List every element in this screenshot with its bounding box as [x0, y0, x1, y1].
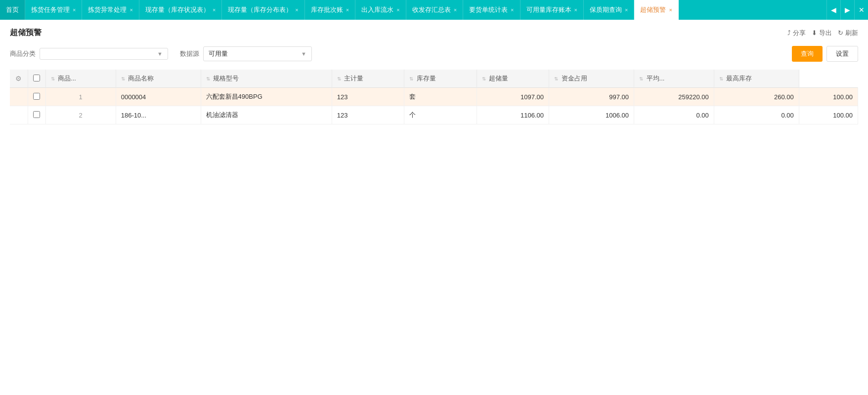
row-checkbox-1[interactable]	[33, 111, 40, 118]
category-select[interactable]: ▼	[40, 48, 168, 60]
export-button[interactable]: ⬇ 导出	[812, 29, 832, 38]
share-label: 分享	[793, 29, 806, 38]
row-checkbox-cell-0[interactable]	[28, 88, 45, 106]
table-body: 1 0000004 六配套新昌490BPG 123 套 1097.00 997.…	[10, 88, 858, 124]
nav-item-summary[interactable]: 收发存汇总表 ×	[406, 0, 463, 20]
row-capital-0: 259220.00	[634, 88, 714, 106]
nav-label-abnormal: 拣货异常处理	[88, 5, 127, 14]
category-label: 商品分类	[10, 49, 36, 58]
col-name-label: 商品名称	[128, 75, 154, 82]
col-capital-label: 资金占用	[562, 75, 587, 82]
row-unit-0: 套	[404, 88, 477, 106]
share-button[interactable]: ⤴ 分享	[787, 29, 806, 38]
main-content: 超储预警 ⤴ 分享 ⬇ 导出 ↻ 刷新 商品分类 ▼ 数据源	[0, 20, 868, 395]
sort-icon-code: ⇅	[51, 76, 55, 81]
sort-icon-spec: ⇅	[206, 76, 210, 81]
col-checkbox-header[interactable]	[28, 70, 45, 88]
col-avg-header[interactable]: ⇅ 平均...	[634, 70, 714, 88]
row-stock-1: 1106.00	[477, 106, 549, 124]
table-row: 2 186-10... 机油滤清器 123 个 1106.00 1006.00 …	[10, 106, 858, 124]
nav-item-expiry[interactable]: 保质期查询 ×	[584, 0, 634, 20]
sort-icon-unit: ⇅	[337, 76, 341, 81]
nav-close-all[interactable]: ✕	[854, 0, 868, 20]
nav-label-batch: 库存批次账	[311, 5, 343, 14]
row-name-1: 机油滤清器	[201, 106, 332, 124]
row-index-1: 2	[45, 106, 116, 124]
nav-arrow-left[interactable]: ◀	[826, 0, 840, 20]
nav-item-order-stat[interactable]: 要货单统计表 ×	[463, 0, 520, 20]
col-overstock-header[interactable]: ⇅ 超储量	[477, 70, 549, 88]
close-summary[interactable]: ×	[454, 7, 457, 13]
close-flow[interactable]: ×	[396, 7, 399, 13]
table-settings-icon[interactable]: ⚙	[15, 75, 22, 82]
sort-icon-name: ⇅	[121, 76, 125, 81]
row-overstock-1: 1006.00	[549, 106, 634, 124]
col-stock-header[interactable]: ⇅ 库存量	[404, 70, 477, 88]
datasource-select[interactable]: 可用量 ▼	[203, 46, 312, 61]
table-header-row: ⚙ ⇅ 商品... ⇅ 商品名称 ⇅ 规格型号 ⇅	[10, 70, 858, 88]
row-checkbox-cell-1[interactable]	[28, 106, 45, 124]
row-overstock-0: 997.00	[549, 88, 634, 106]
col-spec-label: 规格型号	[213, 75, 239, 82]
nav-item-stock-status[interactable]: 现存量（库存状况表） ×	[139, 0, 222, 20]
close-expiry[interactable]: ×	[625, 7, 628, 13]
col-overstock-label: 超储量	[489, 75, 508, 82]
row-avg-0: 260.00	[714, 88, 799, 106]
nav-label-stock-status: 现存量（库存状况表）	[145, 5, 210, 14]
row-unit-1: 个	[404, 106, 477, 124]
nav-item-batch[interactable]: 库存批次账 ×	[305, 0, 355, 20]
settings-button[interactable]: 设置	[826, 46, 858, 62]
close-overstock[interactable]: ×	[669, 7, 672, 13]
close-abnormal[interactable]: ×	[130, 7, 132, 13]
header-actions: ⤴ 分享 ⬇ 导出 ↻ 刷新	[787, 29, 858, 38]
nav-item-task-mgmt[interactable]: 拣货任务管理 ×	[25, 0, 82, 20]
row-settings-1	[10, 106, 28, 124]
col-max-label: 最高库存	[726, 75, 752, 82]
col-name-header[interactable]: ⇅ 商品名称	[116, 70, 201, 88]
col-capital-header[interactable]: ⇅ 资金占用	[549, 70, 634, 88]
sort-icon-stock: ⇅	[409, 76, 413, 81]
page-title: 超储预警	[10, 28, 42, 38]
datasource-select-arrow: ▼	[301, 51, 306, 57]
close-stock-dist[interactable]: ×	[295, 7, 298, 13]
sort-icon-capital: ⇅	[554, 76, 558, 81]
col-settings-header[interactable]: ⚙	[10, 70, 28, 88]
col-code-header[interactable]: ⇅ 商品...	[45, 70, 116, 88]
data-table: ⚙ ⇅ 商品... ⇅ 商品名称 ⇅ 规格型号 ⇅	[10, 70, 858, 124]
nav-item-stock-dist[interactable]: 现存量（库存分布表） ×	[222, 0, 304, 20]
close-order-stat[interactable]: ×	[511, 7, 514, 13]
nav-item-overstock[interactable]: 超储预警 ×	[634, 0, 678, 20]
nav-label-expiry: 保质期查询	[590, 5, 622, 14]
nav-item-abnormal[interactable]: 拣货异常处理 ×	[82, 0, 139, 20]
nav-label-summary: 收发存汇总表	[412, 5, 451, 14]
close-task-mgmt[interactable]: ×	[73, 7, 76, 13]
col-spec-header[interactable]: ⇅ 规格型号	[201, 70, 332, 88]
col-unit-header[interactable]: ⇅ 主计量	[332, 70, 404, 88]
row-code-1: 186-10...	[116, 106, 201, 124]
select-all-checkbox[interactable]	[33, 75, 40, 81]
export-icon: ⬇	[812, 29, 817, 37]
nav-item-available[interactable]: 可用量库存账本 ×	[521, 0, 584, 20]
nav-item-home[interactable]: 首页	[0, 0, 25, 20]
nav-label-task-mgmt: 拣货任务管理	[31, 5, 70, 14]
query-button[interactable]: 查询	[792, 46, 823, 62]
close-available[interactable]: ×	[574, 7, 577, 13]
share-icon: ⤴	[787, 29, 791, 37]
row-checkbox-0[interactable]	[33, 93, 40, 100]
close-batch[interactable]: ×	[346, 7, 349, 13]
col-stock-label: 库存量	[417, 75, 436, 82]
nav-label-stock-dist: 现存量（库存分布表）	[228, 5, 292, 14]
row-avg-1: 0.00	[714, 106, 799, 124]
row-stock-0: 1097.00	[477, 88, 549, 106]
refresh-button[interactable]: ↻ 刷新	[838, 29, 858, 38]
nav-label-order-stat: 要货单统计表	[469, 5, 508, 14]
datasource-select-value: 可用量	[209, 49, 228, 58]
col-max-header[interactable]: ⇅ 最高库存	[714, 70, 799, 88]
top-navigation: 首页 拣货任务管理 × 拣货异常处理 × 现存量（库存状况表） × 现存量（库存…	[0, 0, 868, 20]
page-header: 超储预警 ⤴ 分享 ⬇ 导出 ↻ 刷新	[10, 28, 858, 38]
close-stock-status[interactable]: ×	[213, 7, 216, 13]
nav-arrow-right[interactable]: ▶	[840, 0, 854, 20]
export-label: 导出	[819, 29, 832, 38]
nav-label-flow: 出入库流水	[361, 5, 393, 14]
nav-item-flow[interactable]: 出入库流水 ×	[355, 0, 406, 20]
